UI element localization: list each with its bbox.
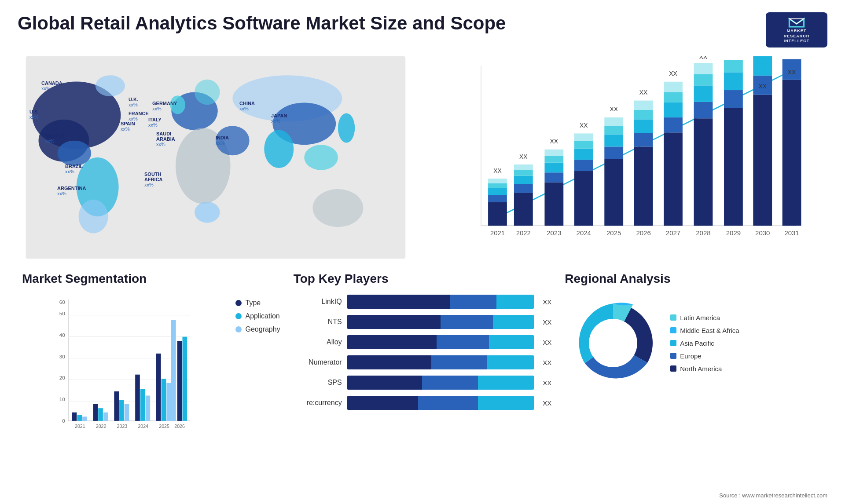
logo-area: MARKETRESEARCHINTELLECT bbox=[766, 12, 827, 47]
player-bar-container bbox=[347, 295, 534, 309]
svg-rect-34 bbox=[514, 170, 533, 176]
bar-seg3 bbox=[478, 376, 534, 390]
player-value: XX bbox=[543, 359, 551, 366]
svg-rect-62 bbox=[664, 117, 683, 132]
map-label-brazil: BRAZILxx% bbox=[65, 164, 83, 174]
svg-rect-45 bbox=[574, 149, 593, 160]
bar-seg2 bbox=[441, 315, 493, 329]
svg-text:10: 10 bbox=[59, 396, 65, 402]
svg-text:2029: 2029 bbox=[726, 229, 741, 237]
svg-rect-27 bbox=[488, 188, 507, 195]
bar-seg1 bbox=[347, 355, 431, 369]
page-title: Global Retail Analytics Software Market … bbox=[18, 12, 506, 34]
svg-rect-120 bbox=[125, 404, 129, 421]
bar-seg2 bbox=[450, 295, 496, 309]
svg-point-18 bbox=[338, 113, 355, 142]
player-value: XX bbox=[543, 298, 551, 306]
map-label-canada: CANADAxx% bbox=[41, 80, 62, 91]
bar-seg1 bbox=[347, 376, 422, 390]
svg-rect-131 bbox=[182, 337, 187, 421]
legend-label-na: North America bbox=[680, 365, 722, 373]
seg-chart-area: 0 10 20 30 40 50 60 bbox=[22, 295, 280, 444]
svg-rect-44 bbox=[574, 160, 593, 171]
player-bar bbox=[347, 355, 534, 369]
map-label-spain: SPAINxx% bbox=[121, 121, 135, 131]
svg-rect-128 bbox=[166, 383, 171, 421]
svg-rect-70 bbox=[694, 74, 713, 86]
svg-rect-31 bbox=[514, 193, 533, 226]
svg-text:30: 30 bbox=[59, 354, 65, 359]
legend-dot-application bbox=[235, 313, 242, 319]
legend-sq-mea bbox=[670, 327, 676, 333]
svg-text:2022: 2022 bbox=[516, 229, 531, 237]
svg-point-19 bbox=[312, 189, 363, 227]
regional-title: Regional Analysis bbox=[565, 272, 823, 286]
map-label-mexico: MEXICOxx% bbox=[45, 133, 64, 144]
svg-point-12 bbox=[195, 202, 220, 223]
svg-rect-80 bbox=[753, 56, 772, 76]
player-name-sps: SPS bbox=[294, 379, 342, 387]
player-name-recurrency: re:currency bbox=[294, 399, 342, 407]
svg-point-6 bbox=[96, 75, 125, 96]
svg-rect-58 bbox=[634, 110, 653, 119]
svg-text:2025: 2025 bbox=[606, 229, 621, 237]
map-label-india: INDIAxx% bbox=[216, 135, 229, 146]
svg-rect-50 bbox=[604, 146, 623, 159]
player-row-linkiq: LinkIQ XX bbox=[294, 295, 552, 309]
map-label-china: CHINAxx% bbox=[239, 101, 255, 111]
svg-text:2027: 2027 bbox=[666, 229, 680, 237]
player-bar bbox=[347, 315, 534, 329]
legend-item-europe: Europe bbox=[670, 352, 739, 360]
svg-rect-67 bbox=[694, 118, 713, 226]
svg-rect-127 bbox=[162, 379, 166, 421]
player-bar bbox=[347, 396, 534, 410]
seg-chart-svg: 0 10 20 30 40 50 60 bbox=[22, 295, 227, 444]
svg-text:XX: XX bbox=[758, 83, 767, 90]
svg-rect-39 bbox=[544, 163, 563, 172]
svg-rect-51 bbox=[604, 135, 623, 147]
svg-text:2030: 2030 bbox=[755, 229, 770, 237]
svg-text:XX: XX bbox=[699, 56, 708, 60]
legend-label-type: Type bbox=[245, 299, 261, 307]
player-bar-container bbox=[347, 335, 534, 349]
bar-seg1 bbox=[347, 335, 437, 349]
svg-rect-64 bbox=[664, 92, 683, 102]
svg-text:40: 40 bbox=[59, 332, 65, 338]
legend-label-geography: Geography bbox=[245, 325, 280, 333]
map-label-japan: JAPANxx% bbox=[271, 113, 287, 124]
svg-rect-119 bbox=[119, 400, 124, 421]
svg-rect-52 bbox=[604, 126, 623, 134]
svg-rect-38 bbox=[544, 172, 563, 182]
svg-rect-53 bbox=[604, 117, 623, 126]
player-bar-container bbox=[347, 315, 534, 329]
bar-seg3 bbox=[487, 355, 534, 369]
svg-rect-59 bbox=[634, 101, 653, 110]
svg-rect-123 bbox=[140, 389, 145, 421]
svg-rect-122 bbox=[135, 375, 140, 421]
svg-rect-71 bbox=[694, 63, 713, 74]
segmentation-section: Market Segmentation 0 10 20 30 40 50 bbox=[18, 267, 285, 496]
svg-rect-130 bbox=[177, 341, 182, 421]
legend-sq-apac bbox=[670, 340, 676, 346]
svg-point-8 bbox=[79, 200, 108, 234]
player-row-nts: NTS XX bbox=[294, 315, 552, 329]
svg-point-134 bbox=[589, 319, 637, 367]
svg-text:2031: 2031 bbox=[784, 229, 799, 237]
map-label-us: U.S.xx% bbox=[29, 109, 39, 120]
player-bar bbox=[347, 295, 534, 309]
svg-point-20 bbox=[195, 80, 220, 105]
bar-seg1 bbox=[347, 295, 450, 309]
regional-section: Regional Analysis bbox=[560, 267, 827, 496]
legend-label-latin: Latin America bbox=[680, 314, 720, 321]
player-value: XX bbox=[543, 318, 551, 326]
seg-chart: 0 10 20 30 40 50 60 bbox=[22, 295, 227, 444]
svg-rect-29 bbox=[488, 179, 507, 183]
svg-rect-132 bbox=[171, 320, 176, 421]
world-map bbox=[18, 56, 414, 259]
map-label-south-africa: SOUTHAFRICAxx% bbox=[144, 172, 163, 187]
map-section: CANADAxx% U.S.xx% MEXICOxx% BRAZILxx% AR… bbox=[9, 52, 422, 263]
svg-rect-73 bbox=[724, 108, 743, 226]
player-row-numerator: Numerator XX bbox=[294, 355, 552, 369]
source-text: Source : www.marketresearchintellect.com bbox=[719, 492, 827, 499]
svg-rect-81 bbox=[783, 80, 801, 226]
